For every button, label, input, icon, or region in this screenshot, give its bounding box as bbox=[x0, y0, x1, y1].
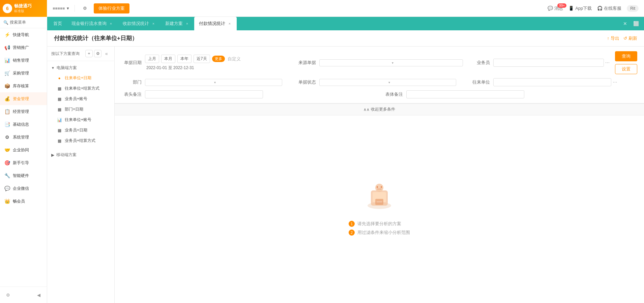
table-body-note-input[interactable] bbox=[406, 90, 524, 98]
tab-new-plan[interactable]: 新建方案 × bbox=[160, 17, 194, 30]
app-download-btn[interactable]: 📱 App下载 bbox=[568, 5, 592, 11]
service-btn[interactable]: 🎧 在线客服 bbox=[597, 5, 621, 11]
tip-text-2: 用过滤条件来缩小分析范围 bbox=[357, 230, 410, 236]
sidebar-item-sales[interactable]: 📊 销售管理 bbox=[0, 54, 47, 67]
sidebar-item-quick-nav[interactable]: ⚡ 快捷导航 bbox=[0, 28, 47, 41]
scheme-item-unit-account[interactable]: 📊 往来单位+账号 bbox=[47, 115, 114, 125]
scheme-panel: 按以下方案查询 + ⚙ « ▼ 电脑端方案 ● bbox=[47, 47, 115, 303]
refresh-btn[interactable]: ↺ 刷新 bbox=[623, 35, 637, 41]
message-count: 99+ bbox=[557, 3, 566, 8]
sidebar-item-funds[interactable]: 💰 资金管理 bbox=[0, 92, 47, 105]
source-label: 来源单据 bbox=[296, 60, 319, 66]
filter-settings-btn[interactable]: 设置 bbox=[615, 64, 637, 74]
last-month-btn[interactable]: 上月 bbox=[145, 55, 159, 63]
status-select[interactable]: ▾ bbox=[319, 79, 457, 86]
topbar: ■■■■■ ▾ ⚙ 体验行业方案 💬 消息 99+ 📱 App下载 🎧 在线客服… bbox=[47, 0, 644, 17]
scheme-item-salesman-account[interactable]: ▦ 业务员+账号 bbox=[47, 94, 114, 104]
tab-home[interactable]: 首页 bbox=[49, 17, 67, 30]
logo-text-block: 畅捷通巧 标准版 bbox=[14, 3, 32, 13]
empty-illustration bbox=[362, 180, 396, 214]
tab-payment-stats[interactable]: 付款情况统计 × bbox=[194, 17, 237, 30]
tab-new-plan-close[interactable]: × bbox=[185, 21, 189, 26]
sidebar-item-vip[interactable]: 👑 畅会员 bbox=[0, 195, 47, 208]
sidebar-header: 6 畅捷通巧 标准版 bbox=[0, 0, 47, 17]
system-icon: ⚙ bbox=[4, 134, 10, 140]
salesman-label: 业务员 bbox=[470, 60, 493, 66]
sidebar-settings-btn[interactable]: ⚙ bbox=[3, 290, 13, 300]
user-name[interactable]: Rit bbox=[627, 5, 639, 12]
sidebar-item-label: 企业协同 bbox=[13, 147, 29, 153]
scheme-item-label: 往来单位+账号 bbox=[65, 117, 91, 123]
current-month-btn[interactable]: 本月 bbox=[161, 55, 175, 63]
sidebar-item-guide[interactable]: 🎯 新手引导 bbox=[0, 156, 47, 169]
mobile-group-title[interactable]: ▶ 移动端方案 bbox=[47, 150, 114, 160]
tabs-close-all-btn[interactable]: ✕ bbox=[621, 20, 629, 28]
wechat-icon: 💬 bbox=[4, 185, 10, 191]
topbar-settings-btn[interactable]: ⚙ bbox=[80, 4, 90, 13]
message-btn[interactable]: 💬 消息 99+ bbox=[548, 5, 563, 11]
scheme-item-label: 部门+日期 bbox=[65, 107, 83, 112]
tip-text-1: 请先选择要分析的方案 bbox=[357, 221, 401, 227]
company-selector[interactable]: ■■■■■ ▾ bbox=[53, 6, 69, 11]
scheme-collapse-btn[interactable]: « bbox=[103, 50, 110, 57]
sidebar-item-system[interactable]: ⚙ 系统管理 bbox=[0, 131, 47, 144]
tab-payment-stats-close[interactable]: × bbox=[227, 21, 232, 26]
vip-icon: 👑 bbox=[4, 198, 10, 204]
sidebar-item-label: 畅会员 bbox=[13, 199, 25, 204]
scheme-item-unit-settlement[interactable]: ▦ 往来单位+结算方式 bbox=[47, 83, 114, 94]
tabs-maximize-btn[interactable]: ⬜ bbox=[632, 20, 640, 28]
unit-dots-btn[interactable]: ··· bbox=[613, 79, 617, 85]
scheme-item-salesman-settlement[interactable]: ▦ 业务员+结算方式 bbox=[47, 135, 114, 146]
query-btn[interactable]: 查询 bbox=[615, 51, 637, 61]
topbar-divider bbox=[75, 5, 75, 12]
scheme-settings-btn[interactable]: ⚙ bbox=[94, 50, 101, 57]
collapse-conditions-btn[interactable]: ∧∧ 收起更多条件 bbox=[115, 103, 644, 115]
dept-date-icon: ▦ bbox=[57, 107, 62, 112]
scheme-add-btn[interactable]: + bbox=[85, 50, 93, 57]
scheme-item-salesman-date[interactable]: ▦ 业务员+日期 bbox=[47, 125, 114, 135]
pc-group-title[interactable]: ▼ 电脑端方案 bbox=[47, 63, 114, 73]
filter-area: 单据日期 上月 本月 本年 近7天 更多 自定义 2022-01-01 至 20… bbox=[115, 47, 644, 303]
sidebar-item-hardware[interactable]: 🔧 智能硬件 bbox=[0, 169, 47, 182]
salesman-dots-btn[interactable]: ··· bbox=[605, 60, 610, 66]
sidebar-item-operations[interactable]: 📋 经营管理 bbox=[0, 105, 47, 118]
export-icon: ↑ bbox=[607, 36, 610, 41]
last-7-days-btn[interactable]: 近7天 bbox=[194, 55, 210, 63]
sidebar: 6 畅捷通巧 标准版 🔍 搜索菜单 ⚡ 快捷导航 📢 营销推广 📊 销售管理 🛒… bbox=[0, 0, 47, 303]
sidebar-search[interactable]: 🔍 搜索菜单 bbox=[0, 17, 47, 28]
more-date-btn[interactable]: 更多 bbox=[212, 56, 225, 62]
collapse-label: 收起更多条件 bbox=[371, 107, 395, 112]
sidebar-item-label: 资金管理 bbox=[13, 96, 29, 102]
cooperation-icon: 🤝 bbox=[4, 147, 10, 153]
sidebar-item-label: 系统管理 bbox=[13, 134, 29, 140]
tab-bank-flow[interactable]: 现金银行流水查询 × bbox=[67, 17, 118, 30]
tab-receipt-stats-close[interactable]: × bbox=[151, 21, 156, 26]
tip-num-1: 1 bbox=[349, 221, 355, 227]
scheme-item-label: 往来单位+日期 bbox=[65, 75, 91, 81]
dept-select[interactable]: ▾ bbox=[145, 79, 282, 86]
tab-receipt-stats[interactable]: 收款情况统计 × bbox=[118, 17, 160, 30]
service-label: 在线客服 bbox=[604, 5, 621, 11]
unit-input[interactable] bbox=[493, 78, 611, 86]
topbar-right: 💬 消息 99+ 📱 App下载 🎧 在线客服 Rit bbox=[548, 5, 639, 12]
sidebar-item-cooperation[interactable]: 🤝 企业协同 bbox=[0, 144, 47, 156]
scheme-item-unit-date[interactable]: ● 往来单位+日期 bbox=[47, 73, 114, 83]
search-label: 搜索菜单 bbox=[10, 20, 26, 25]
sidebar-item-marketing[interactable]: 📢 营销推广 bbox=[0, 41, 47, 54]
table-header-note-input[interactable] bbox=[145, 90, 263, 98]
current-year-btn[interactable]: 本年 bbox=[177, 55, 192, 63]
sidebar-item-purchase[interactable]: 🛒 采购管理 bbox=[0, 67, 47, 80]
query-btn-group: 查询 设置 bbox=[615, 51, 637, 74]
sidebar-collapse-btn[interactable]: ◀ bbox=[34, 290, 43, 300]
salesman-input[interactable] bbox=[493, 59, 604, 67]
export-btn[interactable]: ↑ 导出 bbox=[607, 35, 620, 41]
sidebar-item-inventory[interactable]: 📦 库存核算 bbox=[0, 80, 47, 92]
sidebar-item-wechat[interactable]: 💬 企业微信 bbox=[0, 182, 47, 195]
trial-btn[interactable]: 体验行业方案 bbox=[94, 3, 129, 13]
sidebar-item-basic-info[interactable]: 📑 基础信息 bbox=[0, 118, 47, 131]
source-select[interactable]: ▾ bbox=[319, 59, 463, 66]
tab-bank-flow-close[interactable]: × bbox=[109, 21, 113, 26]
company-arrow-icon: ▾ bbox=[67, 6, 69, 11]
scheme-item-dept-date[interactable]: ▦ 部门+日期 bbox=[47, 104, 114, 115]
company-name: ■■■■■ bbox=[53, 6, 65, 11]
